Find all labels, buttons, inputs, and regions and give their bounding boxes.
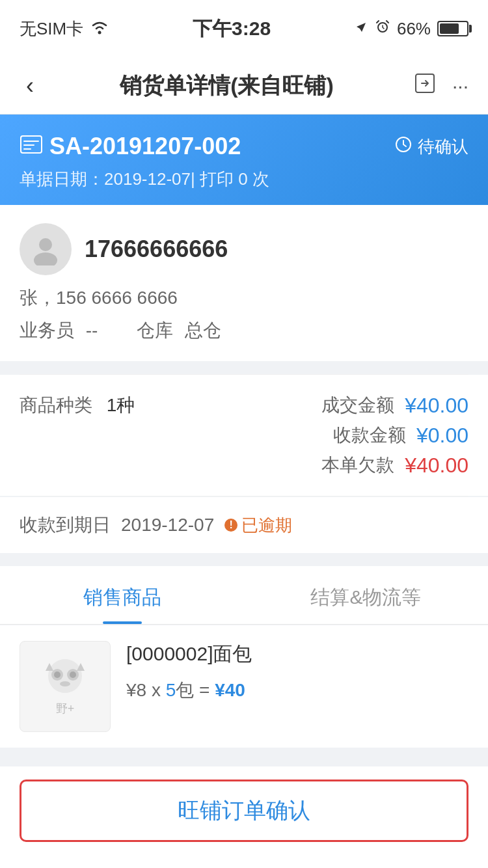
svg-point-6	[34, 252, 57, 265]
product-info: [0000002]面包 ¥8 x 5包 = ¥40	[126, 641, 468, 703]
customer-card: 17666666666 张，156 6666 6666 业务员 -- 仓库 总仓	[0, 205, 488, 361]
order-status: 待确认	[394, 135, 468, 158]
status-left: 无SIM卡	[20, 18, 109, 40]
clock-icon	[394, 135, 413, 158]
due-date-value: 2019-12-07	[121, 515, 214, 536]
receipt-value: ¥0.00	[416, 424, 468, 448]
svg-point-12	[60, 681, 70, 686]
tabs-bar: 销售商品 结算&物流等	[0, 566, 488, 625]
amount-label: 成交金额	[321, 393, 394, 418]
amounts: 成交金额 ¥40.00 收款金额 ¥0.00 本单欠款 ¥40.00	[321, 393, 468, 478]
location-icon	[354, 19, 368, 39]
warehouse-label: 仓库	[137, 320, 173, 340]
carrier-text: 无SIM卡	[20, 18, 83, 40]
product-qty: 5	[166, 680, 176, 700]
nav-actions: ···	[413, 72, 468, 100]
tab-products[interactable]: 销售商品	[0, 566, 244, 624]
order-date: 单据日期：2019-12-07| 打印 0 次	[20, 168, 468, 191]
svg-point-11	[70, 671, 76, 678]
more-icon[interactable]: ···	[452, 75, 468, 97]
amount-value: ¥40.00	[405, 394, 468, 418]
summary-card: 商品种类 1种 成交金额 ¥40.00 收款金额 ¥0.00 本单欠款 ¥40.…	[0, 375, 488, 496]
wifi-icon	[90, 19, 109, 39]
status-right: 66%	[354, 19, 468, 39]
product-type-label: 商品种类	[20, 395, 92, 415]
sales-label: 业务员	[20, 320, 74, 340]
order-id: SA-20191207-002	[20, 133, 241, 160]
back-button[interactable]: ‹	[20, 66, 40, 106]
bottom-bar: 旺铺订单确认	[0, 766, 488, 868]
product-type-value: 1种	[107, 395, 135, 415]
confirm-button[interactable]: 旺铺订单确认	[20, 780, 468, 842]
divider-2	[20, 496, 468, 496]
debt-value: ¥40.00	[405, 454, 468, 478]
order-header: SA-20191207-002 待确认 单据日期：2019-12-07| 打印 …	[0, 115, 488, 205]
product-price: ¥8 x 5包 = ¥40	[126, 678, 468, 703]
alarm-icon	[375, 19, 390, 39]
product-card: 野+ [0000002]面包 ¥8 x 5包 = ¥40	[0, 625, 488, 748]
status-time: 下午3:28	[193, 16, 271, 42]
warehouse-value: 总仓	[185, 320, 221, 340]
overdue-icon: !	[224, 519, 237, 532]
sales-value: --	[86, 320, 98, 340]
battery-percentage: 66%	[397, 19, 431, 39]
receipt-label: 收款金额	[333, 423, 406, 448]
due-date-label: 收款到期日	[20, 513, 111, 537]
battery-icon	[437, 21, 468, 36]
order-icon	[20, 133, 43, 160]
svg-point-5	[39, 238, 52, 251]
product-total: ¥40	[215, 680, 245, 700]
customer-meta: 业务员 -- 仓库 总仓	[20, 318, 468, 343]
product-thumbnail: 野+	[20, 641, 111, 732]
customer-phone: 17666666666	[85, 236, 228, 263]
customer-name-alt: 张，156 6666 6666	[20, 286, 468, 310]
status-bar: 无SIM卡 下午3:28 66%	[0, 0, 488, 57]
overdue-text: 已逾期	[241, 514, 292, 537]
share-icon[interactable]	[413, 72, 437, 100]
svg-point-0	[98, 31, 102, 34]
nav-bar: ‹ 销货单详情(来自旺铺) ···	[0, 57, 488, 115]
overdue-badge: ! 已逾期	[224, 514, 292, 537]
svg-point-10	[54, 671, 61, 678]
tab-settlement[interactable]: 结算&物流等	[244, 566, 488, 624]
debt-label: 本单欠款	[321, 453, 394, 478]
due-date-card: 收款到期日 2019-12-07 ! 已逾期	[0, 497, 488, 553]
page-title: 销货单详情(来自旺铺)	[120, 71, 334, 101]
avatar	[20, 223, 72, 275]
product-name: [0000002]面包	[126, 641, 468, 668]
